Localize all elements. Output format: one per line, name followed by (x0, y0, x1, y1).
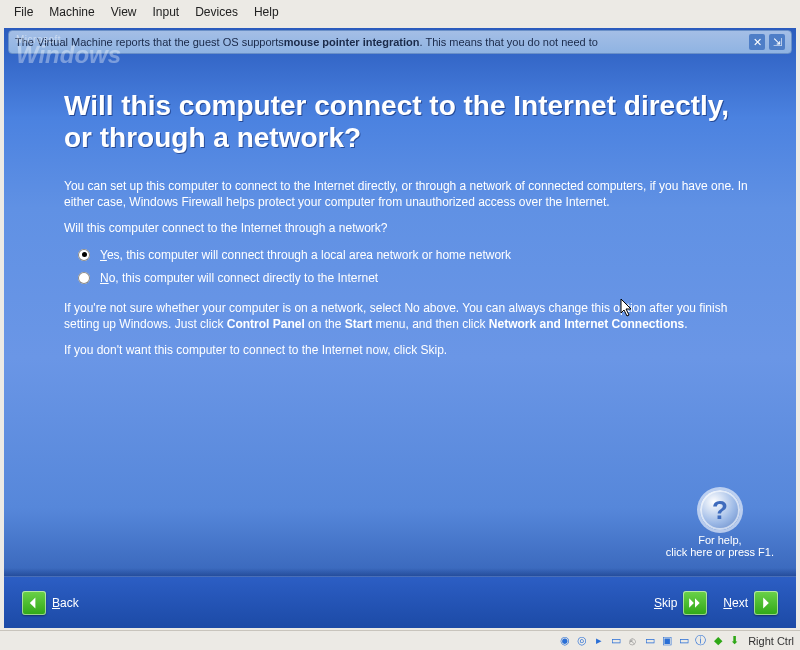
virtualbox-statusbar: ◉ ◎ ▸ ▭ ⎋ ▭ ▣ ▭ ⓘ ◆ ⬇ Right Ctrl (0, 630, 800, 650)
windows-logo: Microsoft Windows (16, 34, 121, 69)
notification-text-post: . This means that you do not need to (420, 36, 598, 48)
skip-button[interactable]: Skip (654, 591, 707, 615)
radio-button-icon (78, 272, 90, 284)
status-cpu-icon[interactable]: ⓘ (693, 633, 708, 648)
status-audio-icon[interactable]: ▸ (591, 633, 606, 648)
menu-file[interactable]: File (6, 2, 41, 22)
question-paragraph: Will this computer connect to the Intern… (64, 220, 756, 236)
menu-view[interactable]: View (103, 2, 145, 22)
arrow-left-icon (22, 591, 46, 615)
help-button[interactable]: ? For help, click here or press F1. (666, 490, 774, 558)
setup-footer: Back Skip Next (4, 576, 796, 628)
menu-machine[interactable]: Machine (41, 2, 102, 22)
skip-paragraph: If you don't want this computer to conne… (64, 342, 756, 358)
menu-input[interactable]: Input (145, 2, 188, 22)
status-mouse-integration-icon[interactable]: ◆ (710, 633, 725, 648)
next-button[interactable]: Next (723, 591, 778, 615)
radio-button-icon (78, 249, 90, 261)
fast-forward-icon (683, 591, 707, 615)
help-text-2: click here or press F1. (666, 546, 774, 558)
notification-suppress-icon[interactable]: ⇲ (769, 34, 785, 50)
xp-setup-screen: The Virtual Machine reports that the gue… (4, 28, 796, 628)
notification-text-bold: mouse pointer integration (284, 36, 420, 48)
setup-body: You can set up this computer to connect … (64, 178, 756, 369)
help-icon: ? (700, 490, 740, 530)
status-usb-icon[interactable]: ⎋ (625, 633, 640, 648)
status-display-icon[interactable]: ▣ (659, 633, 674, 648)
status-cd-icon[interactable]: ◎ (574, 633, 589, 648)
radio-yes-network[interactable]: Yes, this computer will connect through … (78, 247, 756, 263)
radio-no-direct[interactable]: No, this computer will connect directly … (78, 270, 756, 286)
vb-notification-bar: The Virtual Machine reports that the gue… (8, 30, 792, 54)
intro-paragraph: You can set up this computer to connect … (64, 178, 756, 210)
hint-paragraph: If you're not sure whether your computer… (64, 300, 756, 332)
notification-close-icon[interactable]: ✕ (749, 34, 765, 50)
status-shared-folders-icon[interactable]: ▭ (642, 633, 657, 648)
logo-windows: Windows (16, 41, 121, 69)
virtualbox-menubar: File Machine View Input Devices Help (0, 0, 800, 24)
arrow-right-icon (754, 591, 778, 615)
menu-devices[interactable]: Devices (187, 2, 246, 22)
host-key-label: Right Ctrl (748, 635, 794, 647)
status-keyboard-captured-icon[interactable]: ⬇ (727, 633, 742, 648)
status-recording-icon[interactable]: ▭ (676, 633, 691, 648)
help-text-1: For help, (666, 534, 774, 546)
page-title: Will this computer connect to the Intern… (64, 90, 756, 154)
menu-help[interactable]: Help (246, 2, 287, 22)
radio-no-label: No, this computer will connect directly … (100, 270, 378, 286)
status-hdd-icon[interactable]: ◉ (557, 633, 572, 648)
back-button[interactable]: Back (22, 591, 79, 615)
status-network-icon[interactable]: ▭ (608, 633, 623, 648)
radio-yes-label: Yes, this computer will connect through … (100, 247, 511, 263)
